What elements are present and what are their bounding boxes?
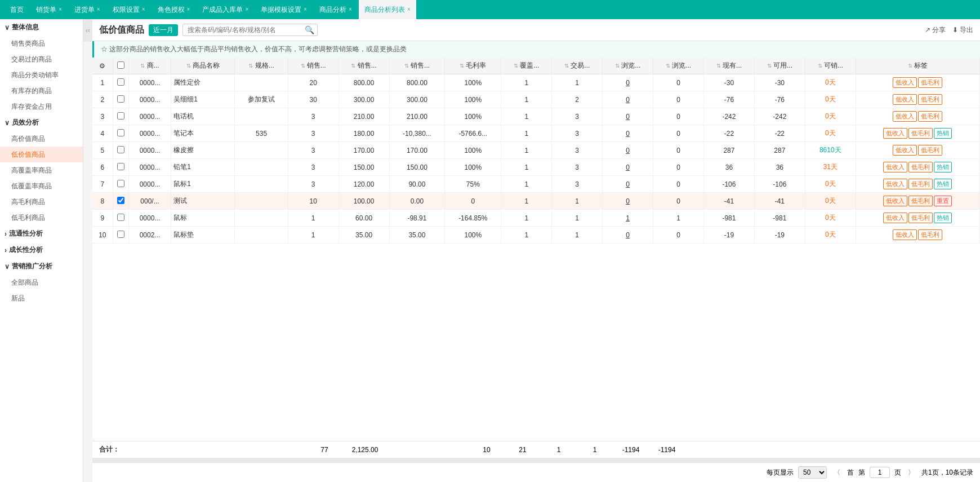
nav-tab-sales[interactable]: 销货单 × [30,0,68,19]
row-checkbox[interactable] [117,112,124,120]
sidebar-item-high-margin[interactable]: 高毛利商品 [0,194,83,210]
sidebar-collapse-button[interactable]: ‹‹ [83,19,92,42]
close-icon[interactable]: × [97,0,100,19]
row-checkbox-cell[interactable] [113,210,128,227]
nav-tab-product-warehouse[interactable]: 产成品入库单 × [197,0,254,19]
nav-tab-role[interactable]: 角色授权 × [152,0,196,19]
view1-link[interactable]: 0 [626,231,630,239]
sidebar-item-low-margin[interactable]: 低毛利商品 [0,210,83,225]
sidebar-item-traded-goods[interactable]: 交易过的商品 [0,51,83,67]
col-available[interactable]: ⇅ 可用... [754,58,805,74]
row-checkbox[interactable] [117,180,124,187]
view1-link[interactable]: 0 [626,147,630,154]
row-checkbox[interactable] [117,197,124,204]
close-icon[interactable]: × [304,0,307,19]
sidebar-item-low-value[interactable]: 低价值商品 [0,147,83,162]
col-coverage[interactable]: ⇅ 覆盖... [501,58,552,74]
view1-link[interactable]: 0 [626,79,630,87]
page-size-select[interactable]: 50 100 200 [798,466,827,479]
col-sale-profit[interactable]: ⇅ 销售... [389,58,445,74]
sidebar-group-circulation[interactable]: › 流通性分析 [0,225,83,242]
col-spec[interactable]: ⇅ 规格... [235,58,288,74]
view1-link[interactable]: 1 [626,214,630,222]
col-code[interactable]: ⇅ 商... [128,58,171,74]
close-icon[interactable]: × [349,0,352,19]
col-view2[interactable]: ⇅ 浏览... [653,58,704,74]
horizontal-scrollbar[interactable] [92,458,980,462]
row-checkbox[interactable] [117,163,124,170]
nav-tab-template[interactable]: 单据模板设置 × [255,0,313,19]
next-page-button[interactable]: 〉 [906,467,917,479]
sidebar-item-new-goods[interactable]: 新品 [0,290,83,306]
export-button[interactable]: ⬇ 导出 [952,25,973,35]
col-tags[interactable]: ⇅ 标签 [856,58,979,74]
sidebar-group-overview[interactable]: ∨ 整体信息 [0,19,83,36]
row-view1[interactable]: 0 [603,108,653,125]
row-checkbox[interactable] [117,78,124,86]
row-view1[interactable]: 1 [603,210,653,227]
sidebar-item-category-sales[interactable]: 商品分类动销率 [0,67,83,83]
row-checkbox[interactable] [117,214,124,221]
close-icon[interactable]: × [142,0,145,19]
sidebar-item-sales-goods[interactable]: 销售类商品 [0,36,83,51]
row-checkbox-cell[interactable] [113,176,128,193]
row-checkbox-cell[interactable] [113,91,128,108]
sidebar-item-all-goods[interactable]: 全部商品 [0,275,83,290]
close-icon[interactable]: × [407,0,411,19]
col-view1[interactable]: ⇅ 浏览... [603,58,653,74]
sidebar-item-high-coverage[interactable]: 高覆盖率商品 [0,162,83,178]
row-view1[interactable]: 0 [603,74,653,91]
share-button[interactable]: ↗ 分享 [925,25,946,35]
row-checkbox-cell[interactable] [113,159,128,176]
row-checkbox-cell[interactable] [113,108,128,125]
nav-tab-home[interactable]: 首页 [5,0,29,19]
col-sale-amount[interactable]: ⇅ 销售... [338,58,389,74]
close-icon[interactable]: × [245,0,248,19]
nav-tab-product-analysis[interactable]: 商品分析 × [314,0,358,19]
row-view1[interactable]: 0 [603,176,653,193]
sidebar-item-inventory-fund[interactable]: 库存资金占用 [0,99,83,114]
row-checkbox-cell[interactable] [113,125,128,142]
search-icon[interactable]: 🔍 [305,25,314,34]
view1-link[interactable]: 0 [626,197,630,205]
search-input[interactable] [182,24,318,36]
period-tag[interactable]: 近一月 [149,24,178,36]
col-sale-qty[interactable]: ⇅ 销售... [288,58,338,74]
row-view1[interactable]: 0 [603,227,653,244]
row-checkbox[interactable] [117,95,124,103]
sidebar-item-high-value[interactable]: 高价值商品 [0,131,83,147]
view1-link[interactable]: 0 [626,163,630,171]
col-gross-rate[interactable]: ⇅ 毛利率 [445,58,501,74]
row-view1[interactable]: 0 [603,159,653,176]
row-checkbox[interactable] [117,146,124,153]
row-view1[interactable]: 0 [603,91,653,108]
select-all-checkbox[interactable] [117,61,124,69]
col-trade[interactable]: ⇅ 交易... [552,58,603,74]
sidebar-item-low-coverage[interactable]: 低覆盖率商品 [0,178,83,194]
nav-tab-permission[interactable]: 权限设置 × [107,0,151,19]
row-view1[interactable]: 0 [603,125,653,142]
col-name[interactable]: ⇅ 商品名称 [171,58,235,74]
view1-link[interactable]: 0 [626,96,630,104]
col-saleable[interactable]: ⇅ 可销... [805,58,856,74]
sidebar-item-stocked-goods[interactable]: 有库存的商品 [0,83,83,99]
sidebar-group-growth[interactable]: › 成长性分析 [0,242,83,258]
row-checkbox[interactable] [117,231,124,238]
nav-tab-purchase[interactable]: 进货单 × [69,0,106,19]
page-input[interactable] [870,467,890,478]
view1-link[interactable]: 0 [626,180,630,188]
row-checkbox-cell[interactable] [113,142,128,159]
row-checkbox[interactable] [117,129,124,136]
row-view1[interactable]: 0 [603,142,653,159]
close-icon[interactable]: × [187,0,190,19]
col-current[interactable]: ⇅ 现有... [703,58,754,74]
sidebar-group-employee[interactable]: ∨ 员效分析 [0,114,83,131]
view1-link[interactable]: 0 [626,130,630,138]
settings-column-header[interactable]: ⚙ [92,58,113,74]
close-icon[interactable]: × [59,0,62,19]
view1-link[interactable]: 0 [626,113,630,121]
row-checkbox-cell[interactable] [113,227,128,244]
row-checkbox-cell[interactable] [113,193,128,210]
nav-tab-product-list[interactable]: 商品分析列表 × [359,0,416,19]
select-all-column[interactable] [113,58,128,74]
